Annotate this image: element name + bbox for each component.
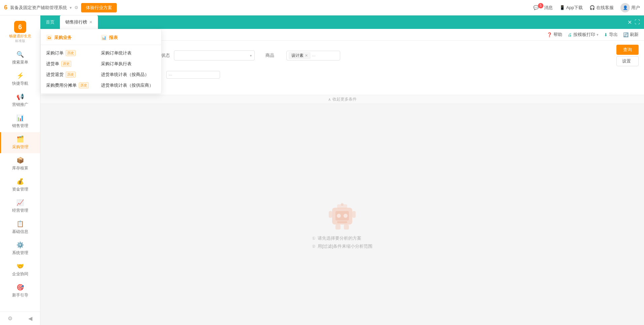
sidebar-item-purchase[interactable]: 🗂️ 采购管理 (0, 132, 40, 153)
sidebar-item-guide[interactable]: 🎯 新手引导 (0, 280, 40, 301)
svg-rect-7 (335, 225, 341, 230)
sidebar-collapse-btn[interactable]: ◀ (28, 315, 32, 322)
purchase-section-title: 🗂 采购业务 (46, 32, 101, 42)
help-btn[interactable]: ❓ 帮助 (547, 32, 562, 38)
print-btn[interactable]: 🖨 按模板打印 ▾ (568, 32, 599, 38)
settings-btn[interactable]: 设置 (616, 56, 639, 66)
export-btn[interactable]: ⬇ 导出 (604, 32, 618, 38)
system-icon: ⚙️ (16, 241, 24, 249)
sidebar-item-operations[interactable]: 📈 经营管理 (0, 196, 40, 217)
svg-rect-5 (329, 211, 332, 218)
dropdown-report-3[interactable]: 进货单统计表（按供应商） (101, 80, 156, 91)
tab-close-all-icon[interactable]: ✕ (628, 19, 632, 26)
doc-status-select[interactable]: ▾ (174, 50, 255, 60)
salesperson-more[interactable]: ··· (169, 72, 172, 77)
edition-label: 标准版 (15, 39, 25, 43)
goods-more-icon[interactable]: ··· (312, 53, 316, 58)
tab-close-btn[interactable]: ✕ (89, 20, 93, 25)
sidebar-item-search[interactable]: 🔍 搜索菜单 (0, 47, 40, 69)
dropdown-body: 采购订单 历史 进货单 历史 进货退货 历史 采购费用分摊单 历史 采购订单统计… (41, 48, 161, 91)
sidebar-bottom: ⚙ ◀ (0, 312, 40, 325)
online-service-item[interactable]: 🎧 在线客服 (589, 5, 614, 11)
empty-state: 请先选择要分析的方案 用[过滤]条件来缩小分析范围 (40, 104, 644, 325)
svg-point-2 (337, 214, 341, 218)
app-download-item[interactable]: 📱 App下载 (560, 5, 583, 11)
phone-icon: 📱 (560, 5, 565, 10)
tab-expand-icon[interactable]: ⛶ (635, 19, 640, 25)
salesperson-selector[interactable]: ··· (166, 71, 220, 79)
sidebar-item-system[interactable]: ⚙️ 系统管理 (0, 238, 40, 259)
tab-bar-right: ✕ ⛶ (628, 19, 644, 26)
sidebar-item-sales[interactable]: 📊 销售管理 (0, 111, 40, 132)
goods-tag-label: 设计素 (291, 53, 303, 58)
tab-home-label: 首页 (46, 19, 55, 25)
doc-status-chevron: ▾ (250, 54, 252, 57)
return-label: 进货退货 (46, 72, 64, 78)
print-dropdown-icon[interactable]: ▾ (597, 33, 599, 37)
sales-icon: 📊 (16, 114, 24, 122)
sidebar-label-inventory: 库存核算 (12, 165, 28, 171)
basicinfo-icon: 📋 (16, 220, 24, 228)
collapse-icon: ∧ (328, 97, 331, 102)
sidebar-settings-btn[interactable]: ⚙ (8, 315, 12, 322)
refresh-label: 刷新 (630, 32, 639, 38)
goods-tag: 设计素 ✕ (289, 52, 311, 59)
purchase-section-icon: 🗂 (46, 35, 52, 41)
top-bar-right: 💬 5 消息 📱 App下载 🎧 在线客服 👤 用户 (533, 3, 640, 12)
print-icon: 🖨 (568, 32, 572, 37)
hist-badge-2[interactable]: 历史 (66, 72, 76, 78)
hist-badge-0[interactable]: 历史 (66, 50, 76, 56)
hist-badge-1[interactable]: 历史 (61, 61, 71, 67)
dropdown-inbound[interactable]: 进货单 历史 (46, 58, 101, 69)
help-label: 帮助 (553, 32, 562, 38)
sidebar-item-marketing[interactable]: 📢 营销推广 (0, 90, 40, 111)
refresh-btn[interactable]: 🔄 刷新 (623, 32, 639, 38)
sidebar-item-collab[interactable]: 🤝 企业协同 (0, 259, 40, 280)
sidebar-item-inventory[interactable]: 📦 库存核算 (0, 153, 40, 174)
tab-bar: 首页 销售排行榜 ✕ ✕ ⛶ (40, 15, 644, 29)
dropdown-report-2[interactable]: 进货单统计表（按商品） (101, 69, 156, 80)
system-title-chevron[interactable]: ▾ (70, 5, 72, 10)
finance-icon: 💰 (16, 178, 24, 185)
message-item[interactable]: 💬 5 消息 (533, 5, 553, 11)
top-bar: 6 装备及固定资产辅助管理系统 ▾ ⚙ 体验行业方案 💬 5 消息 📱 App下… (0, 0, 644, 15)
purchase-order-label: 采购订单 (46, 50, 64, 56)
purchase-col: 采购订单 历史 进货单 历史 进货退货 历史 采购费用分摊单 历史 (46, 48, 101, 91)
dropdown-report-1[interactable]: 采购订单执行表 (101, 58, 156, 69)
message-label: 消息 (544, 5, 553, 11)
sidebar-label-guide: 新手引导 (12, 292, 28, 298)
nav-icon: ⚡ (16, 72, 24, 79)
svg-point-3 (344, 214, 348, 218)
sidebar-item-basicinfo[interactable]: 📋 基础信息 (0, 217, 40, 238)
industry-btn[interactable]: 体验行业方案 (81, 3, 117, 12)
system-settings-icon[interactable]: ⚙ (74, 5, 78, 10)
sidebar-label-purchase: 采购管理 (12, 144, 28, 150)
dropdown-cost-share[interactable]: 采购费用分摊单 历史 (46, 80, 101, 91)
hint2: 用[过滤]条件来缩小分析范围 (318, 243, 372, 249)
collapse-row[interactable]: ∧ 收起更多条件 (40, 95, 644, 104)
dropdown-report-0[interactable]: 采购订单统计表 (101, 48, 156, 58)
sidebar-item-finance[interactable]: 💰 资金管理 (0, 174, 40, 196)
dropdown-return[interactable]: 进货退货 历史 (46, 69, 101, 80)
sidebar-label-basicinfo: 基础信息 (12, 229, 28, 235)
print-label: 按模板打印 (573, 32, 595, 38)
report-2-label: 进货单统计表（按商品） (101, 72, 149, 78)
cost-share-label: 采购费用分摊单 (46, 82, 77, 88)
user-item[interactable]: 👤 用户 (620, 3, 640, 12)
export-icon: ⬇ (604, 32, 608, 37)
tab-sales-rank[interactable]: 销售排行榜 ✕ (60, 15, 98, 29)
goods-tag-remove[interactable]: ✕ (305, 53, 308, 58)
sidebar-label-search: 搜索菜单 (12, 59, 28, 65)
export-label: 导出 (609, 32, 618, 38)
dropdown-purchase-order[interactable]: 采购订单 历史 (46, 48, 101, 58)
tab-home[interactable]: 首页 (40, 15, 60, 29)
report-0-label: 采购订单统计表 (101, 50, 132, 56)
operations-icon: 📈 (16, 199, 24, 206)
sidebar-label-operations: 经营管理 (12, 208, 28, 213)
hist-badge-3[interactable]: 历史 (79, 82, 89, 88)
query-btn[interactable]: 查询 (616, 45, 639, 55)
sidebar-label-collab: 企业协同 (12, 271, 28, 277)
sidebar-item-nav[interactable]: ⚡ 快捷导航 (0, 69, 40, 90)
goods-selector[interactable]: 设计素 ✕ ··· (286, 51, 340, 60)
empty-illustration (322, 198, 362, 231)
